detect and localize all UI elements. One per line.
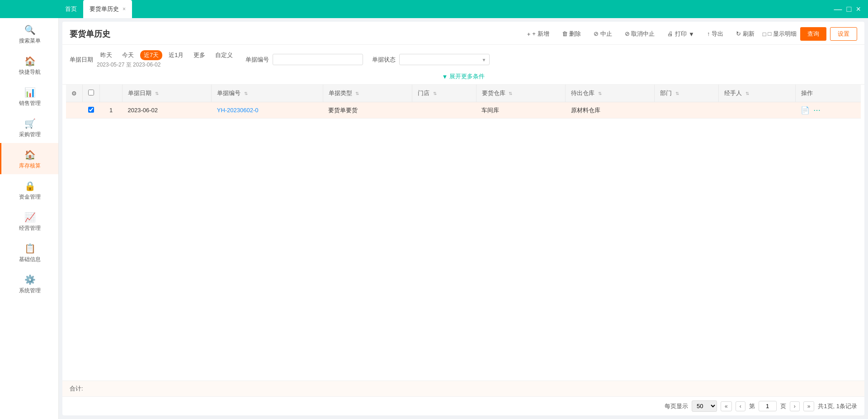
cancel-stop-button[interactable]: ⊘ 取消中止 [620,28,660,40]
sidebar-item-label: 采购管理 [19,131,41,138]
sidebar-item-inventory-calc[interactable]: 🏠 库存核算 [0,143,58,174]
row-doc-type: 要货单要货 [323,102,412,119]
delete-button[interactable]: 🗑 删除 [557,28,586,40]
quick-nav-icon: 🏠 [24,56,36,67]
col-store[interactable]: 门店 ⇅ [412,85,476,102]
print-button[interactable]: 🖨 打印 ▼ [663,28,699,40]
tab-home-label: 首页 [65,5,77,13]
select-all-checkbox[interactable] [88,90,94,95]
col-settings[interactable]: ⚙ [66,85,83,102]
per-page-select[interactable]: 50 10 20 100 [692,400,717,412]
expand-more-button[interactable]: ▼ 展开更多条件 [442,72,485,81]
export-label: ↑ 导出 [707,30,723,38]
first-page-button[interactable]: « [721,401,732,411]
sidebar-item-label: 库存核算 [19,162,41,170]
settings-button[interactable]: 设置 [830,27,857,41]
sales-icon: 📊 [24,87,36,98]
refresh-button[interactable]: ↻ 刷新 [731,28,759,40]
sort-icon-department: ⇅ [675,91,679,96]
filter-row: 单据日期 昨天 今天 近7天 近1月 更多 自定义 2023-05-27 至 2… [70,50,857,69]
col-department[interactable]: 部门 ⇅ [655,85,719,102]
col-handler[interactable]: 经手人 ⇅ [719,85,796,102]
sidebar-item-operation-mgmt[interactable]: 📈 经营管理 [0,205,58,237]
next-page-button[interactable]: › [790,401,800,411]
new-button[interactable]: + + 新增 [523,28,554,40]
date-last1month[interactable]: 近1月 [165,50,187,60]
sidebar-item-label: 经营管理 [19,224,41,232]
top-bar: 首页 要货单历史 × — □ × [0,0,868,18]
doc-status-filter-group: 单据状态 [372,54,490,65]
finance-icon: 🔒 [24,181,36,191]
date-more[interactable]: 更多 [190,50,209,60]
sidebar-item-quick-nav[interactable]: 🏠 快捷导航 [0,49,58,81]
stop-button[interactable]: ⊘ 中止 [589,28,617,40]
sort-icon-doc-type: ⇅ [355,91,359,96]
display-detail-toggle[interactable]: □ □ 显示明细 [763,30,797,38]
page-input[interactable] [759,401,777,411]
row-pending-warehouse: 原材料仓库 [566,102,655,119]
refresh-label: ↻ 刷新 [736,30,755,38]
summary-label: 合计: [70,385,83,393]
cancel-stop-label: ⊘ 取消中止 [625,30,655,38]
sort-icon-doc-number: ⇅ [244,91,248,96]
doc-number-link[interactable]: YH-20230602-0 [217,107,259,114]
sidebar-item-label: 搜索菜单 [19,37,41,45]
col-req-warehouse[interactable]: 要货仓库 ⇅ [476,85,565,102]
col-doc-type[interactable]: 单据类型 ⇅ [323,85,412,102]
sidebar-item-label: 基础信息 [19,256,41,263]
date-today[interactable]: 今天 [118,50,137,60]
export-button[interactable]: ↑ 导出 [703,28,728,40]
date-yesterday[interactable]: 昨天 [97,50,116,60]
purchase-icon: 🛒 [24,118,36,129]
inventory-icon: 🏠 [24,149,36,160]
date-last7days[interactable]: 近7天 [140,50,162,60]
tab-close-icon[interactable]: × [123,6,126,12]
more-icon[interactable]: ⋯ [813,106,821,114]
print-dropdown-icon: ▼ [689,31,694,38]
page-title: 要货单历史 [70,29,110,39]
expand-label: 展开更多条件 [449,72,485,81]
col-num [100,85,123,102]
tab-home[interactable]: 首页 [59,0,83,18]
doc-status-label: 单据状态 [372,56,396,64]
prev-page-button[interactable]: ‹ [736,401,745,411]
row-settings [66,102,83,119]
doc-status-select[interactable] [399,54,490,65]
sidebar-item-finance-mgmt[interactable]: 🔒 资金管理 [0,174,58,205]
last-page-button[interactable]: » [803,401,815,411]
date-custom[interactable]: 自定义 [212,50,236,60]
search-menu-icon: 🔍 [24,24,36,35]
row-store [412,102,476,119]
row-checkbox-cell[interactable] [83,102,100,119]
sidebar-item-label: 系统管理 [19,287,41,295]
row-checkbox[interactable] [88,107,94,113]
row-req-warehouse: 车间库 [476,102,565,119]
doc-number-input[interactable] [273,54,363,65]
query-button[interactable]: 查询 [800,27,826,41]
sidebar-item-system-mgmt[interactable]: ⚙️ 系统管理 [0,268,58,299]
row-doc-number: YH-20230602-0 [212,102,323,119]
col-doc-date[interactable]: 单据日期 ⇅ [123,85,212,102]
edit-icon[interactable]: 📄 [801,106,810,114]
sidebar-item-basic-info[interactable]: 📋 基础信息 [0,237,58,268]
stop-label: ⊘ 中止 [594,30,612,38]
date-filter-group: 单据日期 昨天 今天 近7天 近1月 更多 自定义 2023-05-27 至 2… [70,50,236,69]
tab-requisition-label: 要货单历史 [90,5,119,13]
sidebar-item-sales-mgmt[interactable]: 📊 销售管理 [0,81,58,112]
new-icon: + [527,31,531,38]
doc-number-label: 单据编号 [245,56,269,64]
toolbar: + + 新增 🗑 删除 ⊘ 中止 ⊘ 取消中止 🖨 打印 ▼ ↑ 导出 [523,27,857,41]
row-num: 1 [100,102,123,119]
col-doc-number[interactable]: 单据编号 ⇅ [212,85,323,102]
basic-info-icon: 📋 [24,243,36,254]
action-icons-group: 📄 ⋯ [801,106,855,114]
maximize-icon[interactable]: □ [847,5,852,14]
sidebar-item-purchase-mgmt[interactable]: 🛒 采购管理 [0,112,58,143]
window-close-icon[interactable]: × [856,5,861,14]
sidebar-item-search-menu[interactable]: 🔍 搜索菜单 [0,18,58,49]
col-checkbox[interactable] [83,85,100,102]
col-pending-warehouse[interactable]: 待出仓库 ⇅ [566,85,655,102]
tab-requisition-history[interactable]: 要货单历史 × [83,0,132,18]
sidebar: 🔍 搜索菜单 🏠 快捷导航 📊 销售管理 🛒 采购管理 🏠 库存核算 🔒 资金管… [0,18,59,419]
minimize-icon[interactable]: — [834,5,842,14]
